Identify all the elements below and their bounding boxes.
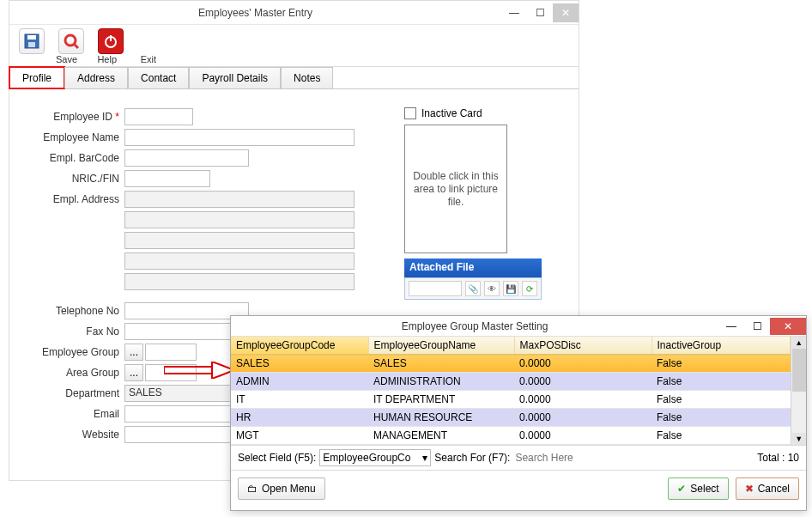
col-code[interactable]: EmployeeGroupCode <box>231 337 368 355</box>
attach-view-icon[interactable]: 👁 <box>484 281 500 296</box>
employee-group-label: Employee Group <box>23 346 124 358</box>
select-button[interactable]: ✔ Select <box>668 477 728 500</box>
attached-file-bar: 📎 👁 💾 ⟳ <box>404 277 542 300</box>
empl-address-field-3[interactable] <box>124 232 354 249</box>
table-row[interactable]: ADMINADMINISTRATION0.0000False <box>231 373 791 391</box>
department-label: Department <box>23 387 124 399</box>
check-icon: ✔ <box>677 483 686 495</box>
popup-minimize-button[interactable]: — <box>718 318 744 335</box>
table-row[interactable]: MGTMANAGEMENT0.0000False <box>231 427 791 445</box>
picture-hint: Double click in this area to link pictur… <box>409 170 503 209</box>
attached-file-header: Attached File <box>404 258 542 277</box>
search-for-label: Search For (F7): <box>434 452 510 464</box>
employee-group-field[interactable] <box>145 344 197 361</box>
table-row[interactable]: ITIT DEPARTMENT0.0000False <box>231 391 791 409</box>
attach-save-icon[interactable]: 💾 <box>503 281 518 296</box>
tab-payroll-details[interactable]: Payroll Details <box>189 67 281 88</box>
minimize-button[interactable]: — <box>501 3 527 22</box>
employee-group-lookup-button[interactable]: ... <box>124 344 143 361</box>
popup-buttons: 🗀 Open Menu ✔ Select ✖ Cancel <box>231 470 806 507</box>
titlebar: Employees' Master Entry — ☐ ✕ <box>9 1 579 25</box>
exit-label: Exit <box>60 54 161 64</box>
scroll-down-icon[interactable]: ▼ <box>792 433 806 445</box>
col-inactive[interactable]: InactiveGroup <box>651 337 791 355</box>
attach-pin-icon[interactable]: 📎 <box>465 281 481 296</box>
window-title: Employees' Master Entry <box>9 7 501 19</box>
tab-profile[interactable]: Profile <box>9 67 64 88</box>
x-icon: ✖ <box>745 483 754 495</box>
tab-contact[interactable]: Contact <box>128 67 189 88</box>
popup-titlebar: Employee Group Master Setting — ☐ ✕ <box>231 316 806 337</box>
floppy-icon <box>19 28 45 54</box>
fax-no-label: Fax No <box>23 325 124 338</box>
power-icon <box>98 28 124 54</box>
group-master-popup: Employee Group Master Setting — ☐ ✕ Empl… <box>230 315 807 511</box>
table-row[interactable]: SALESSALES0.0000False <box>231 355 791 373</box>
cancel-button[interactable]: ✖ Cancel <box>736 477 799 500</box>
empl-address-field-2[interactable] <box>124 211 354 228</box>
picture-box[interactable]: Double click in this area to link pictur… <box>404 125 507 253</box>
popup-maximize-button[interactable]: ☐ <box>744 318 770 335</box>
attached-file-name-field[interactable] <box>409 281 462 296</box>
website-label: Website <box>23 429 124 441</box>
employee-id-label: Employee ID * <box>23 111 124 123</box>
col-disc[interactable]: MaxPOSDisc <box>514 337 651 355</box>
select-field-combo[interactable]: EmployeeGroupCo ▾ <box>319 449 431 466</box>
grid-scrollbar[interactable]: ▲ ▼ <box>791 337 806 445</box>
open-menu-button[interactable]: 🗀 Open Menu <box>238 477 325 500</box>
svg-rect-7 <box>164 367 212 374</box>
area-group-lookup-button[interactable]: ... <box>124 364 143 381</box>
search-input[interactable] <box>513 451 754 465</box>
inactive-card-label: Inactive Card <box>421 107 482 119</box>
empl-address-label: Empl. Address <box>23 193 124 205</box>
chevron-down-icon: ▾ <box>422 452 427 464</box>
exit-button[interactable]: Exit <box>94 28 128 64</box>
area-group-label: Area Group <box>23 367 124 379</box>
empl-barcode-label: Empl. BarCode <box>23 152 124 164</box>
svg-rect-1 <box>27 35 36 40</box>
empl-address-field-1[interactable] <box>124 191 354 208</box>
svg-line-4 <box>74 44 78 48</box>
popup-title: Employee Group Master Setting <box>231 320 718 332</box>
nric-fin-label: NRIC./FIN <box>23 173 124 185</box>
email-label: Email <box>23 408 124 420</box>
select-field-label: Select Field (F5): <box>238 452 316 464</box>
annotation-arrow <box>164 362 234 379</box>
tabstrip: Profile Address Contact Payroll Details … <box>9 67 579 89</box>
inactive-card-checkbox[interactable] <box>404 107 416 119</box>
popup-close-button[interactable]: ✕ <box>770 318 806 335</box>
telephone-no-label: Telephone No <box>23 305 124 317</box>
grid-wrap: EmployeeGroupCode EmployeeGroupName MaxP… <box>231 337 806 445</box>
close-button[interactable]: ✕ <box>553 3 579 22</box>
employee-name-field[interactable] <box>124 129 354 146</box>
total-label: Total : 10 <box>757 452 799 464</box>
attach-refresh-icon[interactable]: ⟳ <box>522 281 537 296</box>
nric-fin-field[interactable] <box>124 170 210 187</box>
folder-icon: 🗀 <box>247 483 258 495</box>
tab-address[interactable]: Address <box>64 67 128 88</box>
popup-search-bar: Select Field (F5): EmployeeGroupCo ▾ Sea… <box>231 445 806 470</box>
empl-barcode-field[interactable] <box>124 149 249 167</box>
employee-name-label: Employee Name <box>23 131 124 143</box>
empl-address-field-5[interactable] <box>124 273 354 290</box>
maximize-button[interactable]: ☐ <box>527 3 553 22</box>
group-grid[interactable]: EmployeeGroupCode EmployeeGroupName MaxP… <box>231 337 791 445</box>
empl-address-field-4[interactable] <box>124 252 354 270</box>
toolbar: Save Help Exit <box>9 25 579 67</box>
employee-id-field[interactable] <box>124 108 193 125</box>
tab-notes[interactable]: Notes <box>281 67 333 88</box>
svg-rect-2 <box>28 42 35 47</box>
scroll-thumb[interactable] <box>792 349 806 392</box>
col-name[interactable]: EmployeeGroupName <box>368 337 514 355</box>
right-panel: Inactive Card Double click in this area … <box>404 107 542 300</box>
scroll-up-icon[interactable]: ▲ <box>792 337 806 349</box>
table-row[interactable]: HRHUMAN RESOURCE0.0000False <box>231 409 791 427</box>
help-icon <box>58 28 84 54</box>
